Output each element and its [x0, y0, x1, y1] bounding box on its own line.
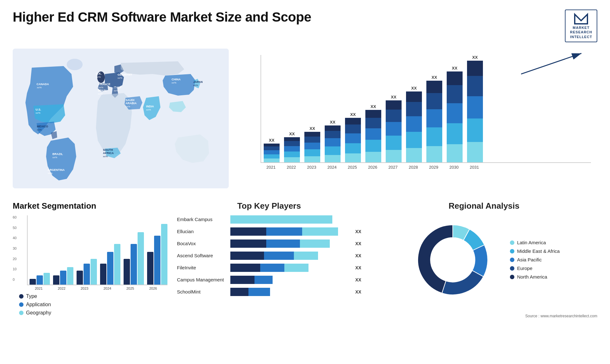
- bar-group: XX: [325, 120, 341, 162]
- svg-point-2: [67, 59, 83, 70]
- reg-legend-item: Latin America: [510, 240, 559, 245]
- svg-text:AFRICA: AFRICA: [103, 152, 114, 155]
- svg-text:SOUTH: SOUTH: [103, 148, 113, 152]
- svg-text:xx%: xx%: [96, 76, 101, 78]
- seg-bar-group: [100, 244, 120, 285]
- reg-legend-item: Europe: [510, 266, 559, 271]
- seg-bar-group: [53, 267, 73, 285]
- svg-text:MEXICO: MEXICO: [37, 125, 48, 128]
- seg-legend: TypeApplicationGeography: [19, 293, 167, 316]
- player-row: Embark Campus: [177, 215, 361, 224]
- svg-text:FRANCE: FRANCE: [98, 83, 111, 86]
- bar-group: XX: [447, 66, 463, 162]
- seg-x-axis: 202120222023202420252026: [27, 286, 167, 290]
- x-axis: 2021202220232024202520262027202820292030…: [261, 165, 591, 170]
- svg-text:GERMANY: GERMANY: [118, 73, 132, 76]
- logo-icon: [573, 13, 589, 25]
- regional-legend: Latin AmericaMiddle East & AfricaAsia Pa…: [510, 240, 559, 280]
- seg-bar-group: [147, 224, 167, 285]
- seg-chart-wrap: 0102030405060 202120222023202420252026: [13, 215, 167, 290]
- svg-text:ITALY: ITALY: [114, 86, 122, 89]
- svg-text:xx%: xx%: [125, 105, 130, 108]
- donut-chart: [408, 215, 497, 304]
- trend-arrow: [521, 52, 585, 77]
- players-list: Embark CampusEllucianXXBocaVoxXXAscend S…: [177, 215, 361, 296]
- svg-text:xx%: xx%: [103, 155, 108, 158]
- svg-text:xx%: xx%: [146, 108, 151, 111]
- svg-text:U.K.: U.K.: [96, 72, 102, 75]
- regional-analysis: Regional Analysis Latin AmericaMiddle Ea…: [371, 198, 597, 364]
- player-row: Campus ManagementXX: [177, 276, 361, 284]
- bar-group: XX: [345, 112, 361, 162]
- svg-text:xx%: xx%: [52, 156, 57, 159]
- svg-line-37: [521, 53, 581, 74]
- page-header: Higher Ed CRM Software Market Size and S…: [13, 10, 597, 42]
- bar-group: XX: [386, 95, 402, 162]
- svg-text:xx%: xx%: [118, 77, 122, 79]
- bar-group: XX: [426, 75, 442, 162]
- svg-text:xx%: xx%: [114, 89, 119, 92]
- page-title: Higher Ed CRM Software Market Size and S…: [13, 10, 311, 25]
- seg-y-axis: 0102030405060: [13, 215, 17, 281]
- svg-text:INDIA: INDIA: [146, 105, 154, 108]
- seg-title: Market Segmentation: [13, 201, 167, 211]
- svg-text:xx%: xx%: [48, 172, 52, 175]
- svg-text:ARGENTINA: ARGENTINA: [48, 168, 65, 172]
- svg-text:xx%: xx%: [98, 86, 103, 89]
- map-svg: CANADA xx% U.S. xx% MEXICO xx% BRAZIL xx…: [13, 49, 229, 188]
- player-row: EllucianXX: [177, 227, 361, 236]
- bar-group: XX: [406, 86, 422, 162]
- svg-text:JAPAN: JAPAN: [193, 80, 203, 84]
- market-segmentation: Market Segmentation 0102030405060 202120…: [13, 198, 167, 364]
- bar-group: XX: [264, 138, 280, 162]
- svg-text:U.S.: U.S.: [36, 108, 41, 111]
- seg-bars: [27, 215, 167, 285]
- bar-group: XX: [467, 55, 483, 162]
- reg-legend-item: North America: [510, 274, 559, 280]
- bottom-section: Market Segmentation 0102030405060 202120…: [13, 198, 597, 364]
- seg-bar-group: [30, 273, 50, 285]
- source-text: Source : www.marketresearchintellect.com: [371, 314, 597, 318]
- player-row: SchoolMintXX: [177, 288, 361, 296]
- legend-item: Application: [19, 302, 167, 307]
- legend-item: Type: [19, 293, 167, 299]
- svg-text:CHINA: CHINA: [172, 78, 181, 81]
- player-row: Ascend SoftwareXX: [177, 252, 361, 260]
- world-map: CANADA xx% U.S. xx% MEXICO xx% BRAZIL xx…: [13, 49, 229, 188]
- svg-text:xx%: xx%: [98, 92, 103, 95]
- svg-text:ARABIA: ARABIA: [125, 102, 137, 105]
- logo: MARKET RESEARCH INTELLECT: [565, 10, 597, 42]
- svg-text:BRAZIL: BRAZIL: [52, 152, 63, 156]
- donut-area: Latin AmericaMiddle East & AfricaAsia Pa…: [371, 215, 597, 304]
- reg-legend-item: Asia Pacific: [510, 257, 559, 262]
- svg-text:xx%: xx%: [37, 86, 42, 89]
- player-row: FileInviteXX: [177, 264, 361, 272]
- svg-text:xx%: xx%: [172, 81, 176, 84]
- svg-text:CANADA: CANADA: [37, 83, 49, 86]
- svg-text:xx%: xx%: [36, 111, 40, 114]
- bar-group: XX: [365, 104, 381, 162]
- key-players-section: Top Key Players Embark CampusEllucianXXB…: [177, 198, 361, 364]
- bar-group: XX: [284, 131, 300, 162]
- svg-text:SPAIN: SPAIN: [98, 89, 106, 92]
- growth-chart: XXXXXXXXXXXXXXXXXXXXXX 20212022202320242…: [238, 49, 597, 188]
- regional-title: Regional Analysis: [371, 201, 597, 211]
- svg-text:xx%: xx%: [193, 84, 198, 87]
- svg-text:xx%: xx%: [37, 128, 42, 131]
- seg-bar-group: [124, 232, 144, 285]
- bar-group: XX: [304, 126, 320, 162]
- logo-text: MARKET RESEARCH INTELLECT: [570, 25, 592, 39]
- seg-bar-group: [77, 259, 97, 285]
- reg-legend-item: Middle East & Africa: [510, 248, 559, 254]
- player-row: BocaVoxXX: [177, 239, 361, 248]
- legend-item: Geography: [19, 310, 167, 316]
- svg-text:SAUDI: SAUDI: [125, 98, 134, 102]
- players-title: Top Key Players: [177, 201, 361, 211]
- svg-marker-0: [575, 14, 587, 24]
- top-section: CANADA xx% U.S. xx% MEXICO xx% BRAZIL xx…: [13, 49, 597, 188]
